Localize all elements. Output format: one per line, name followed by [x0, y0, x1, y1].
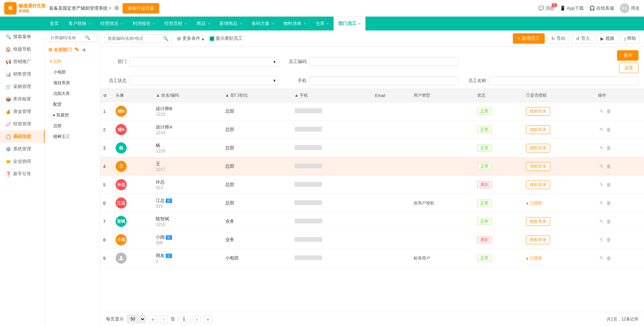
sidebar-item-quick-nav[interactable]: 🏠快捷导航 [0, 43, 45, 55]
close-icon[interactable]: × [208, 21, 210, 26]
delete-btn[interactable]: 🗑 [605, 108, 613, 115]
dept-item-project[interactable]: 项目库房 [45, 78, 100, 88]
emp-name-input[interactable] [489, 76, 638, 85]
dept-item-small-elec[interactable]: 小电部 [45, 67, 100, 78]
more-filters-btn[interactable]: ⊞ 更多条件 ▴ [174, 34, 207, 43]
close-icon[interactable]: × [239, 21, 242, 26]
edit-btn[interactable]: ✎ [598, 218, 605, 225]
auth-login-btn[interactable]: 授权登录 [526, 107, 550, 116]
nav-item-warehouse[interactable]: 仓库 × [311, 17, 334, 30]
nav-item-dept-staff[interactable]: 部门员工 × [334, 17, 365, 30]
delete-btn[interactable]: 🗑 [605, 126, 613, 133]
delete-btn[interactable]: 🗑 [605, 236, 613, 243]
emp-code-input[interactable] [309, 57, 459, 66]
nav-item-profit[interactable]: 利润报告 × [128, 17, 160, 30]
gear-icon[interactable]: ⚙ [114, 5, 119, 11]
user-area[interactable]: Ea 用友 [620, 3, 640, 13]
delete-btn[interactable]: 🗑 [605, 181, 613, 188]
delete-btn[interactable]: 🗑 [605, 144, 613, 151]
dept-item-zhishu[interactable]: 植树王三 [45, 131, 100, 142]
sidebar-item-sales[interactable]: 📊销售管理 [0, 68, 45, 80]
set-button[interactable]: 设置 [619, 63, 638, 73]
sidebar-item-purchase[interactable]: 🛒采购管理 [0, 80, 45, 93]
delete-btn[interactable]: 🗑 [605, 163, 613, 170]
auth-login-btn[interactable]: 授权登录 [526, 217, 550, 226]
nav-item-customer[interactable]: 客户联络 × [64, 17, 96, 30]
sidebar-item-inventory[interactable]: 📦库存核算 [0, 93, 45, 105]
first-page-btn[interactable]: « [148, 315, 157, 323]
sidebar-item-system[interactable]: ⚙️系统管理 [0, 143, 45, 155]
nav-item-barcode[interactable]: 条码方案 × [247, 17, 279, 30]
sidebar-item-collab[interactable]: 🤝企业协同 [0, 155, 45, 168]
nav-item-bom[interactable]: 物料清单 × [279, 17, 310, 30]
close-icon[interactable]: × [327, 21, 329, 26]
sidebar-item-marketing[interactable]: 📢营销推广 [0, 55, 45, 68]
dept-select[interactable]: ▾ [129, 57, 279, 67]
edit-btn[interactable]: ✎ [598, 108, 605, 115]
close-icon[interactable]: × [153, 21, 155, 26]
auth-login-btn[interactable]: 授权登录 [526, 144, 550, 152]
edit-btn[interactable]: ✎ [598, 163, 605, 170]
dept-item-shenyang[interactable]: 沈阳大库 [45, 88, 100, 99]
search-box[interactable]: 🔍 [105, 34, 172, 43]
nav-item-history[interactable]: 经营历程 × [160, 17, 191, 30]
dept-collapse-icon[interactable]: ◀ [82, 47, 85, 52]
search-input[interactable] [108, 36, 163, 41]
message-btn[interactable]: 💬 消息 5 [538, 5, 554, 11]
prev-page-btn[interactable]: ‹ [160, 315, 167, 323]
col-settings[interactable]: ⚙ [100, 89, 113, 102]
show-resigned-check[interactable]: 显示离职员工 [210, 35, 243, 42]
close-icon[interactable]: × [303, 21, 306, 26]
dept-edit-icon[interactable]: ✎ [74, 46, 79, 53]
nav-item-goods[interactable]: 商品 × [192, 17, 215, 30]
delete-btn[interactable]: 🗑 [605, 218, 613, 225]
trial-button[interactable]: 体验行业方案 [123, 3, 159, 14]
col-dept[interactable]: ▲ 部门/职位 [223, 89, 292, 102]
sidebar-item-basic-info[interactable]: 📋基础信息 [0, 130, 45, 143]
edit-btn[interactable]: ✎ [598, 144, 605, 151]
query-button[interactable]: 查询 [617, 50, 638, 61]
search-magnifier-icon[interactable]: 🔍 [163, 36, 169, 41]
sidebar-item-finance[interactable]: 💰资金管理 [0, 105, 45, 118]
dept-item-delivery[interactable]: 配货 [45, 99, 100, 110]
delete-btn[interactable]: 🗑 [605, 255, 613, 262]
sidebar-item-search[interactable]: 🔍搜索菜单 [0, 30, 45, 43]
page-number-input[interactable] [178, 316, 190, 323]
edit-btn[interactable]: ✎ [598, 200, 605, 206]
phone-input[interactable] [309, 76, 459, 85]
close-icon[interactable]: × [89, 21, 91, 26]
nav-item-new-goods[interactable]: 新增商品 × [215, 17, 246, 30]
auth-login-btn[interactable]: 授权登录 [526, 236, 550, 244]
sidebar-item-business[interactable]: 📈经营管理 [0, 118, 45, 130]
auth-login-btn[interactable]: 授权登录 [526, 180, 550, 189]
view-button[interactable]: ▶ 视频 [597, 33, 618, 44]
close-icon[interactable]: × [359, 21, 361, 26]
auth-login-btn[interactable]: 授权登录 [526, 125, 550, 134]
next-page-btn[interactable]: › [193, 315, 201, 323]
dept-item-shuangtinxiang[interactable]: ▸ 双庭想 [45, 110, 100, 121]
import-button[interactable]: ↺ 导入 [572, 33, 594, 44]
edit-btn[interactable]: ✎ [598, 181, 605, 188]
edit-btn[interactable]: ✎ [598, 255, 605, 262]
dept-search-input[interactable] [50, 35, 85, 40]
delete-btn[interactable]: 🗑 [605, 200, 613, 206]
dept-item-zongbu[interactable]: 总部 [45, 121, 100, 131]
col-phone[interactable]: ▲ 手机 [292, 89, 372, 102]
online-service-btn[interactable]: 🎧 在线客服 [589, 5, 614, 11]
nav-item-home[interactable]: 首页 [45, 17, 64, 30]
help-button[interactable]: | 帮助 [621, 33, 640, 44]
sidebar-item-guide[interactable]: ❓新手引导 [0, 168, 45, 180]
show-resigned-checkbox[interactable] [210, 36, 214, 41]
col-name[interactable]: ▲ 姓名/编码 [153, 89, 222, 102]
dropdown-arrow-icon[interactable]: ▾ [109, 6, 111, 11]
close-icon[interactable]: × [184, 21, 187, 26]
dept-item-hq[interactable]: ▾ 总部 [45, 56, 100, 67]
edit-btn[interactable]: ✎ [598, 236, 605, 243]
nav-item-operation[interactable]: 经营情况 × [96, 17, 127, 30]
close-icon[interactable]: × [120, 21, 123, 26]
last-page-btn[interactable]: » [203, 315, 212, 323]
close-icon[interactable]: × [272, 21, 274, 26]
app-download-btn[interactable]: 📱 App下载 [560, 5, 584, 11]
export-button[interactable]: ↻ 导出 [547, 33, 569, 44]
page-size-select[interactable]: 50 20 100 [127, 315, 146, 323]
